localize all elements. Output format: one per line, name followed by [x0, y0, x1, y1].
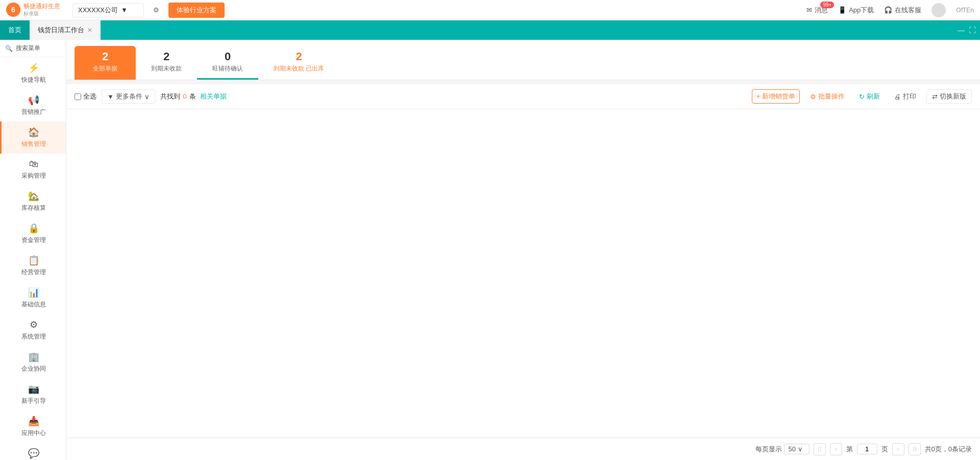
operations-icon: 📋: [28, 255, 39, 266]
inventory-icon: 🏡: [28, 190, 39, 202]
filter-label: 更多条件: [116, 92, 142, 101]
stat-label-pending: 旺辅待确认: [212, 64, 243, 73]
minimize-icon[interactable]: —: [958, 26, 965, 34]
sidebar-item-sales-mgmt[interactable]: 🏠 销售管理: [0, 122, 66, 154]
sidebar-item-funds-mgmt[interactable]: 🔒 资金管理: [0, 217, 66, 250]
prev-page-button[interactable]: ＜: [830, 443, 842, 455]
message-button[interactable]: ✉ 消息 99+: [806, 6, 828, 15]
tab-home[interactable]: 首页: [0, 20, 30, 40]
message-icon: ✉: [806, 6, 812, 14]
sidebar-label-inventory: 库存核算: [21, 204, 46, 212]
settings-button[interactable]: ⚙: [149, 3, 163, 17]
found-count-text: 共找到 0 条 相关单据: [160, 92, 227, 101]
company-name: XXXXXX公司: [78, 6, 118, 15]
sidebar-item-guide[interactable]: 📷 新手引导: [0, 378, 66, 410]
marketing-icon: 📢: [28, 94, 39, 106]
filter-chevron-icon: ∨: [144, 93, 150, 101]
batch-operation-button[interactable]: ⚙ 批量操作: [806, 90, 849, 103]
app-download-label: App下载: [849, 6, 874, 15]
stat-number-pending: 0: [225, 50, 231, 63]
sidebar-item-inventory[interactable]: 🏡 库存核算: [0, 185, 66, 217]
checkbox-input[interactable]: [75, 93, 81, 100]
toolbar-right: + 新增销货单 ⚙ 批量操作 ↻ 刷新 🖨 打印 ⇄ 切换新版: [752, 89, 972, 104]
select-all-checkbox[interactable]: 全选: [75, 92, 96, 101]
next-page-button[interactable]: ＞: [892, 443, 904, 455]
sidebar: 🔍 搜索菜单 ⚡ 快捷导航 📢 营销推广 🏠 销售管理 🛍 采购管理 🏡 库存核…: [0, 40, 66, 460]
stats-row: 2 全部单据 2 到期未收款 0 旺辅待确认 2 到期未收款 已出库: [66, 40, 980, 80]
batch-icon: ⚙: [810, 93, 816, 101]
switch-label: 切换新版: [940, 92, 966, 101]
sidebar-item-app-center[interactable]: 📥 应用中心: [0, 410, 66, 443]
table-area: [66, 109, 980, 438]
nav-tabs-bar: 首页 钱货日清工作台 ✕ — ⛶: [0, 20, 980, 40]
system-icon: ⚙: [30, 319, 38, 330]
page-size-box[interactable]: 50 ∨: [784, 444, 810, 454]
company-selector[interactable]: XXXXXX公司 ▼: [72, 3, 144, 17]
stat-card-overdue-unpaid[interactable]: 2 到期未收款: [136, 46, 197, 80]
sidebar-item-purchase-mgmt[interactable]: 🛍 采购管理: [0, 154, 66, 185]
sidebar-item-enterprise-coop[interactable]: 🏢 企业协同: [0, 346, 66, 378]
batch-label: 批量操作: [818, 92, 845, 101]
online-service-button[interactable]: 🎧 在线客服: [884, 6, 921, 15]
filter-button[interactable]: ▼ 更多条件 ∨: [102, 89, 155, 104]
sidebar-item-system-mgmt[interactable]: ⚙ 系统管理: [0, 314, 66, 346]
sidebar-label-purchase: 采购管理: [21, 172, 46, 180]
stat-card-pending[interactable]: 0 旺辅待确认: [197, 46, 258, 80]
stat-card-all[interactable]: 2 全部单据: [75, 46, 136, 80]
stat-label-all: 全部单据: [93, 64, 117, 73]
content-area: 2 全部单据 2 到期未收款 0 旺辅待确认 2 到期未收款 已出库 全选: [66, 40, 980, 460]
trial-button[interactable]: 体验行业方案: [168, 3, 225, 18]
wechat-icon: 💬: [28, 448, 39, 459]
switch-new-version-button[interactable]: ⇄ 切换新版: [926, 89, 972, 104]
avatar[interactable]: [932, 3, 946, 17]
refresh-button[interactable]: ↻ 刷新: [855, 90, 884, 103]
add-order-button[interactable]: + 新增销货单: [752, 89, 800, 104]
sidebar-item-marketing[interactable]: 📢 营销推广: [0, 89, 66, 122]
nav-tabs-controls: — ⛶: [958, 20, 980, 40]
first-page-button[interactable]: ⟨⟨: [814, 443, 826, 455]
tab-work-bench[interactable]: 钱货日清工作台 ✕: [30, 20, 101, 40]
found-prefix: 共找到: [160, 92, 180, 100]
purchase-icon: 🛍: [29, 159, 38, 170]
quick-nav-icon: ⚡: [28, 62, 39, 74]
logo-area: 6 畅捷通好生意 标准版: [6, 3, 72, 17]
sidebar-item-quick-nav[interactable]: ⚡ 快捷导航: [0, 57, 66, 89]
toolbar: 全选 ▼ 更多条件 ∨ 共找到 0 条 相关单据 + 新增销货单 ⚙ 批量操作: [66, 84, 980, 109]
page-size-selector: 每页显示 50 ∨: [755, 444, 810, 454]
print-label: 打印: [903, 92, 916, 101]
found-link[interactable]: 相关单据: [200, 92, 227, 100]
main-layout: 🔍 搜索菜单 ⚡ 快捷导航 📢 营销推广 🏠 销售管理 🛍 采购管理 🏡 库存核…: [0, 40, 980, 460]
page-unit: 页: [881, 445, 888, 454]
sidebar-item-enterprise-wechat[interactable]: 💬 企业微信: [0, 443, 66, 460]
filter-icon: ▼: [107, 93, 114, 101]
enterprise-icon: 🏢: [28, 351, 39, 362]
close-tab-icon[interactable]: ✕: [87, 27, 92, 34]
switch-icon: ⇄: [932, 93, 938, 101]
pagination-bar: 每页显示 50 ∨ ⟨⟨ ＜ 第 页 ＞ ⟩⟩ 共0页，0条记录: [66, 438, 980, 460]
app-badge: 标准版: [23, 10, 60, 17]
app-download-button[interactable]: 📱 App下载: [838, 6, 874, 15]
download-icon: 📱: [838, 6, 846, 14]
app-center-icon: 📥: [28, 416, 39, 427]
sidebar-label-enterprise: 企业协同: [21, 365, 46, 373]
print-icon: 🖨: [894, 93, 901, 101]
stat-card-overdue-shipped[interactable]: 2 到期未收款 已出库: [258, 46, 339, 80]
sidebar-label-guide: 新手引导: [21, 397, 46, 405]
app-name: 畅捷通好生意: [23, 3, 60, 10]
print-button[interactable]: 🖨 打印: [890, 90, 920, 103]
workbench-tab-label: 钱货日清工作台: [38, 26, 84, 35]
guide-icon: 📷: [28, 383, 39, 395]
page-number-input[interactable]: [857, 444, 877, 454]
last-page-button[interactable]: ⟩⟩: [909, 443, 921, 455]
chevron-down-icon: ▼: [121, 6, 128, 14]
page-size-value: 50: [789, 445, 796, 453]
search-icon: 🔍: [5, 45, 13, 52]
expand-icon[interactable]: ⛶: [969, 26, 976, 34]
sidebar-item-operations[interactable]: 📋 经营管理: [0, 250, 66, 282]
sidebar-item-basic-info[interactable]: 📊 基础信息: [0, 282, 66, 314]
logo-text-block: 畅捷通好生意 标准版: [23, 3, 60, 17]
page-label: 第: [846, 445, 853, 454]
logo-icon: 6: [6, 3, 20, 17]
sidebar-search[interactable]: 🔍 搜索菜单: [0, 40, 66, 57]
home-tab-label: 首页: [8, 26, 21, 35]
